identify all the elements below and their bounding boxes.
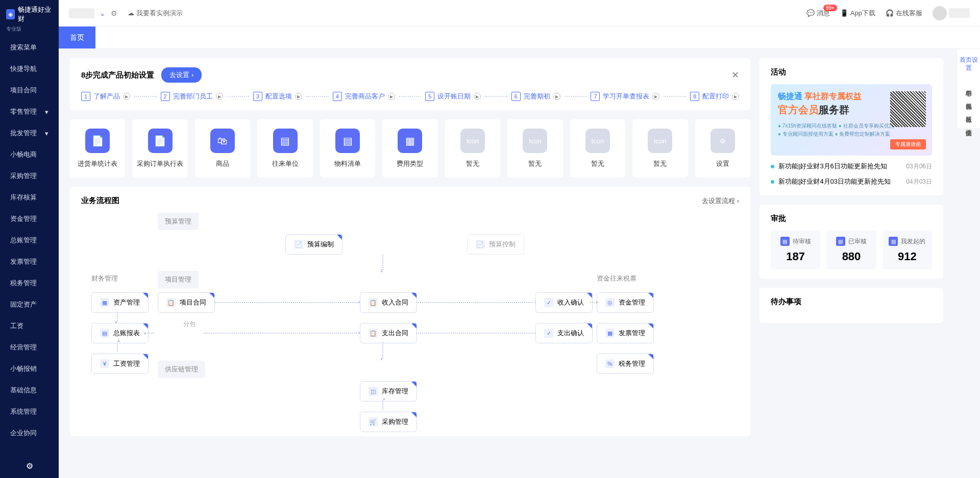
quick-entry[interactable]: 📄采购订单执行表	[132, 119, 187, 178]
sidebar-item[interactable]: 工资	[0, 315, 59, 337]
messages-button[interactable]: 💬 消息 99+	[806, 9, 830, 18]
node-expense-contract[interactable]: 📋支出合同	[360, 323, 417, 343]
todo-card: 待办事项	[760, 288, 943, 323]
quick-entry[interactable]: Icon暂无	[570, 119, 625, 178]
flow-config-link[interactable]: 去设置流程 ›	[702, 196, 739, 206]
setup-step[interactable]: 7学习开单查报表▶	[591, 92, 659, 101]
setup-step[interactable]: 3配置选项▶	[253, 92, 302, 101]
chevron-down-icon: ⌄	[100, 9, 106, 17]
quick-entry[interactable]: ⚙设置	[695, 119, 750, 178]
section-supply: 供应链管理	[158, 361, 205, 378]
sidebar-item[interactable]: 经营管理	[0, 337, 59, 358]
news-item[interactable]: 新功能|好业财3月6日功能更新抢先知03月06日	[771, 162, 932, 171]
activity-title: 活动	[771, 67, 932, 77]
rail-desktop[interactable]: 桌面快捷	[964, 122, 973, 128]
app-download-button[interactable]: 📱 App下载	[840, 9, 875, 18]
badge: 99+	[823, 5, 837, 11]
setup-step[interactable]: 5设开账日期▶	[425, 92, 481, 101]
tab-home[interactable]: 首页	[59, 27, 95, 48]
rail-community[interactable]: 服务社区	[964, 109, 973, 115]
rail-home-setup[interactable]: 首页设置	[957, 53, 980, 75]
quick-entry[interactable]: Icon暂无	[445, 119, 500, 178]
quick-entry[interactable]: ▦费用类型	[382, 119, 437, 178]
sidebar-item[interactable]: 小畅电商	[0, 144, 59, 165]
sidebar-item[interactable]: 零售管理▾	[0, 101, 59, 122]
node-tax[interactable]: %税务管理	[597, 354, 654, 374]
quick-entry[interactable]: ▤往来单位	[257, 119, 312, 178]
rail-help[interactable]: 帮助中心	[964, 82, 973, 88]
node-budget-make[interactable]: 📄预算编制	[285, 234, 342, 255]
user-menu[interactable]: xx	[933, 6, 970, 20]
quick-entry[interactable]: Icon暂无	[632, 119, 688, 178]
node-ledger[interactable]: ▤总账报表	[91, 323, 149, 343]
sidebar-item[interactable]: 固定资产	[0, 294, 59, 315]
approval-stat[interactable]: ▤我发起的912	[883, 231, 932, 269]
quick-entry[interactable]: 🛍商品	[195, 119, 250, 178]
support-button[interactable]: 🎧 在线客服	[886, 9, 922, 18]
cube-icon: ▦	[100, 298, 109, 307]
node-income-confirm[interactable]: ✓收入确认	[535, 292, 593, 313]
node-income-contract[interactable]: 📋收入合同	[360, 292, 417, 313]
setup-step[interactable]: 6完善期初▶	[511, 92, 560, 101]
sidebar-item[interactable]: 资金管理	[0, 208, 59, 230]
sidebar-item[interactable]: 快捷导航	[0, 58, 59, 80]
gear-icon[interactable]: ⚙	[111, 9, 117, 17]
sidebar-item[interactable]: 系统管理	[0, 401, 59, 422]
node-budget-ctrl[interactable]: 📄预算控制	[467, 234, 524, 255]
doc-icon: 📄	[476, 240, 485, 249]
sidebar-item[interactable]: 发票管理	[0, 251, 59, 272]
approval-stat[interactable]: ▤已审核880	[826, 231, 876, 269]
sidebar-settings[interactable]: ⚙	[0, 454, 59, 478]
node-asset[interactable]: ▦资产管理	[91, 292, 149, 313]
contract-icon: 📋	[166, 298, 176, 307]
sidebar-item[interactable]: 项目合同	[0, 80, 59, 101]
sidebar-item[interactable]: 批发管理▾	[0, 122, 59, 144]
node-inventory[interactable]: ◫库存管理	[360, 381, 417, 401]
cloud-icon: ☁	[128, 9, 134, 17]
sidebar-item[interactable]: 企业协同	[0, 422, 59, 444]
play-icon: ▶	[474, 93, 481, 100]
setup-step[interactable]: 8配置打印▶	[690, 92, 739, 101]
none-icon: Icon	[585, 129, 610, 153]
demo-link[interactable]: ☁ 我要看实例演示	[128, 9, 183, 18]
node-fund[interactable]: ◎资金管理	[597, 292, 654, 313]
org-selector[interactable]: xx ⌄ ⚙	[69, 8, 117, 18]
sidebar-item[interactable]: 库存核算	[0, 187, 59, 208]
rail-hotline[interactable]: 客服热线	[964, 95, 973, 102]
setup-step[interactable]: 1了解产品▶	[81, 92, 130, 101]
check-icon: ✓	[544, 298, 553, 307]
close-icon[interactable]: ✕	[731, 69, 739, 81]
node-invoice[interactable]: ▦发票管理	[597, 323, 654, 343]
qr-code	[890, 91, 926, 127]
sidebar-item[interactable]: 总账管理	[0, 230, 59, 251]
setup-step[interactable]: 2完善部门员工▶	[161, 92, 223, 101]
sidebar-item[interactable]: 税务管理	[0, 272, 59, 294]
quick-entry[interactable]: Icon暂无	[507, 119, 562, 178]
activity-banner[interactable]: 畅捷通 享社群专属权益 官方会员服务群 7x15h资深顾问在线答疑 社群会员专享…	[771, 84, 932, 156]
demo-label: 我要看实例演示	[136, 9, 183, 18]
chat-icon: 💬	[806, 9, 815, 17]
go-setup-button[interactable]: 去设置 ›	[161, 67, 202, 83]
section-finance: 财务管理	[91, 274, 118, 283]
dot-icon	[771, 165, 774, 168]
play-icon: ▶	[123, 93, 130, 100]
node-purchase[interactable]: 🛒采购管理	[360, 412, 417, 432]
section-budget: 预算管理	[158, 213, 199, 230]
sidebar-item[interactable]: 采购管理	[0, 165, 59, 187]
node-salary[interactable]: ¥工资管理	[91, 354, 149, 374]
node-expense-confirm[interactable]: ✓支出确认	[535, 323, 593, 343]
quick-entry[interactable]: 📄进货单统计表	[70, 119, 125, 178]
sidebar-item[interactable]: 搜索菜单	[0, 37, 59, 58]
play-icon: ▶	[216, 93, 223, 100]
user-name-masked: xx	[949, 8, 970, 18]
setup-step[interactable]: 4完善商品客户▶	[333, 92, 395, 101]
todo-title: 待办事项	[771, 297, 932, 307]
org-name-masked: xx	[69, 8, 94, 18]
news-item[interactable]: 新功能|好业财4月03日功能更新抢先知04月03日	[771, 177, 932, 186]
sidebar-item[interactable]: 小畅报销	[0, 358, 59, 380]
node-project-contract[interactable]: 📋项目合同	[158, 292, 215, 313]
sidebar-item[interactable]: 基础信息	[0, 380, 59, 401]
quick-entry[interactable]: ▤物料清单	[320, 119, 375, 178]
headset-icon: 🎧	[886, 9, 894, 17]
approval-stat[interactable]: ▤待审核187	[771, 231, 820, 269]
